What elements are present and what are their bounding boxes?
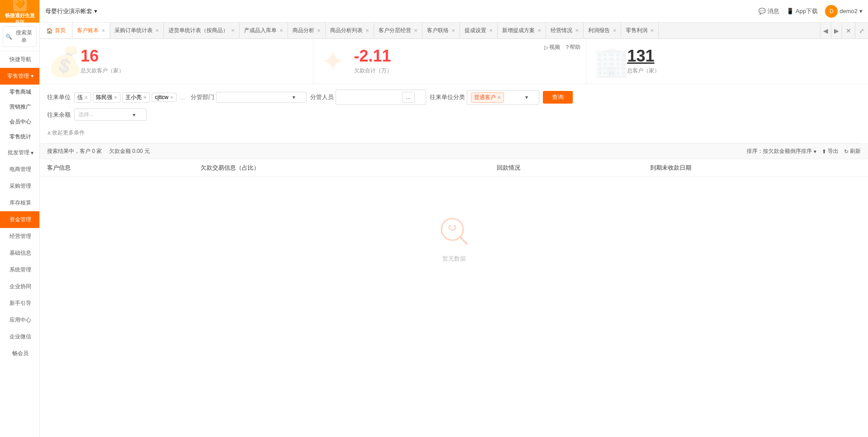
filter-tag-wang[interactable]: 王小亮 ✕: [122, 92, 150, 103]
sidebar-item-enterprise-collab[interactable]: 企业协同: [0, 278, 39, 295]
tab-close-icon[interactable]: ✕: [575, 28, 579, 33]
filter-more-tags[interactable]: ...: [178, 93, 187, 102]
export-button[interactable]: ⬆ 导出: [822, 147, 839, 155]
topbar: 母婴行业演示帐套 ▾ 💬 消息 📱 App下载 D demo2 ▾: [40, 0, 868, 23]
tab-commission-settings[interactable]: 提成设置 ✕: [460, 23, 498, 39]
sidebar-item-purchase-mgmt[interactable]: 采购管理: [0, 178, 39, 195]
unit-type-label: 往来单位分类: [430, 93, 465, 101]
sidebar-item-marketing[interactable]: 营销推广: [0, 100, 39, 114]
tab-retail-profit[interactable]: 零售利润 ✕: [621, 23, 659, 39]
empty-text: 暂无数据: [442, 255, 466, 263]
filter-row-2: 往来余额 选择... ▾: [47, 109, 861, 121]
sidebar-item-retail-mall[interactable]: 零售商城: [0, 85, 39, 100]
tab-next-button[interactable]: ▶: [831, 23, 842, 39]
tag-remove-icon[interactable]: ✕: [170, 95, 173, 100]
dept-dropdown[interactable]: ▾: [216, 92, 307, 103]
tab-close-icon[interactable]: ✕: [365, 28, 369, 33]
tab-expand-button[interactable]: ⤢: [855, 23, 868, 39]
home-icon: 🏠: [46, 28, 53, 34]
query-button[interactable]: 查询: [543, 91, 573, 104]
sidebar-item-finance[interactable]: 资金管理: [0, 211, 39, 228]
tab-customer-contact[interactable]: 客户联络 ✕: [422, 23, 460, 39]
tab-close-icon[interactable]: ✕: [231, 28, 235, 33]
logo-subtext: 标版: [15, 19, 24, 25]
tag-remove-icon[interactable]: ✕: [114, 95, 117, 100]
tag-remove-icon[interactable]: ✕: [143, 95, 147, 100]
tab-profit-report[interactable]: 利润报告 ✕: [584, 23, 621, 39]
tab-add-commission-plan[interactable]: 新增提成方案 ✕: [498, 23, 546, 39]
sidebar-item-newbie-guide[interactable]: 新手引导: [0, 295, 39, 312]
search-icon: 🔍: [5, 33, 12, 40]
sidebar-item-quick-nav[interactable]: 快捷导航: [0, 51, 39, 68]
refresh-button[interactable]: ↻ 刷新: [844, 147, 861, 155]
tab-customer-ledger[interactable]: 客户账本 ✕: [72, 23, 110, 39]
sidebar-item-operations[interactable]: 经营管理: [0, 228, 39, 245]
person-dropdown[interactable]: ...: [336, 90, 426, 105]
tab-close-icon[interactable]: ✕: [613, 28, 616, 33]
sort-dropdown[interactable]: 排序：按欠款金额倒序排序 ▾: [747, 147, 816, 155]
sidebar-item-wholesale-mgmt[interactable]: 批发管理 ▾: [0, 144, 39, 161]
sidebar-item-enterprise-wechat[interactable]: 企业微信: [0, 328, 39, 345]
remainder-label: 往来余额: [47, 111, 71, 119]
message-button[interactable]: 💬 消息: [758, 7, 779, 15]
chevron-down-icon: ▾: [31, 73, 34, 79]
company-selector[interactable]: 母婴行业演示帐套 ▾: [45, 7, 97, 15]
tab-home[interactable]: 🏠 首页: [40, 23, 72, 39]
tab-close-all-button[interactable]: ✕: [842, 23, 855, 39]
filter-tag-wu[interactable]: 伍 ✕: [74, 92, 91, 103]
tab-close-icon[interactable]: ✕: [650, 28, 654, 33]
tab-close-icon[interactable]: ✕: [101, 28, 105, 33]
total-owed-customers-value: 16: [81, 48, 124, 64]
search-menu-button[interactable]: 🔍 搜索菜单: [3, 26, 37, 47]
help-link[interactable]: ? 帮助: [566, 43, 580, 51]
sort-label: 排序：按欠款金额倒序排序: [747, 147, 812, 155]
sidebar-item-base-info[interactable]: 基础信息: [0, 245, 39, 261]
remainder-chevron-icon: ▾: [133, 112, 135, 118]
sidebar-item-system-mgmt[interactable]: 系统管理: [0, 261, 39, 278]
total-owed-amount-label: 欠款合计（万）: [354, 67, 392, 75]
tab-close-icon[interactable]: ✕: [489, 28, 493, 33]
tab-finished-goods[interactable]: 产成品入库单 ✕: [240, 23, 288, 39]
sidebar-item-chang-member[interactable]: 畅会员: [0, 345, 39, 362]
filter-tag-cjttcw[interactable]: cjttcw ✕: [152, 93, 177, 102]
user-menu[interactable]: D demo2 ▾: [825, 5, 863, 18]
person-filter: 分管人员 ...: [310, 90, 426, 105]
sidebar-item-retail-stats[interactable]: 零售统计: [0, 129, 39, 144]
sidebar-item-membership[interactable]: 会员中心: [0, 114, 39, 129]
help-icon: ?: [566, 44, 569, 51]
sidebar-item-retail-mgmt[interactable]: 零售管理 ▾: [0, 68, 39, 85]
app-download-button[interactable]: 📱 App下载: [786, 7, 818, 15]
sidebar-logo: 🧡 畅捷通好生意 标版: [0, 0, 39, 23]
tab-prev-button[interactable]: ◀: [820, 23, 831, 39]
tab-close-icon[interactable]: ✕: [279, 28, 283, 33]
download-icon: 📱: [786, 8, 794, 14]
unit-type-tag-remove[interactable]: ✕: [497, 95, 501, 100]
tab-purchase-order-stats[interactable]: 采购订单统计表 ✕: [110, 23, 164, 39]
sidebar-item-app-center[interactable]: 应用中心: [0, 312, 39, 328]
col-due-date: 到期未收款日期: [643, 159, 868, 177]
person-more-button[interactable]: ...: [402, 92, 415, 103]
tab-customer-layering[interactable]: 客户分层经营 ✕: [374, 23, 422, 39]
tab-close-icon[interactable]: ✕: [537, 28, 541, 33]
sidebar-item-ecommerce[interactable]: 电商管理: [0, 161, 39, 178]
empty-state: 暂无数据: [40, 177, 868, 299]
tab-business-status[interactable]: 经营情况 ✕: [546, 23, 584, 39]
data-table: 客户信息 欠款交易信息（占比） 回款情况 到期未收款日期: [40, 159, 868, 177]
total-owed-amount-value: -2.11: [354, 48, 392, 64]
tab-close-icon[interactable]: ✕: [317, 28, 321, 33]
filter-tag-chen[interactable]: 陈民强 ✕: [93, 92, 120, 103]
remainder-dropdown[interactable]: 选择... ▾: [74, 109, 147, 121]
tab-purchase-stats-by-product[interactable]: 进货单统计表（按商品） ✕: [164, 23, 240, 39]
unit-type-dropdown[interactable]: 普通客户 ✕ ▾: [467, 90, 539, 105]
filter-row-1: 往来单位 伍 ✕ 陈民强 ✕ 王小亮 ✕ cjttcw: [47, 90, 861, 105]
tab-product-analysis[interactable]: 商品分析 ✕: [288, 23, 326, 39]
tab-product-analysis-list[interactable]: 商品分析列表 ✕: [326, 23, 374, 39]
sidebar-item-inventory[interactable]: 库存核算: [0, 195, 39, 211]
tag-remove-icon[interactable]: ✕: [84, 95, 88, 100]
tab-close-icon[interactable]: ✕: [451, 28, 455, 33]
tab-close-icon[interactable]: ✕: [414, 28, 417, 33]
unit-type-chevron-icon: ▾: [525, 94, 528, 100]
tab-close-icon[interactable]: ✕: [155, 28, 159, 33]
collapse-filter-button[interactable]: ∧ 收起更多条件: [47, 126, 861, 139]
video-link[interactable]: ▷ 视频: [544, 43, 560, 51]
